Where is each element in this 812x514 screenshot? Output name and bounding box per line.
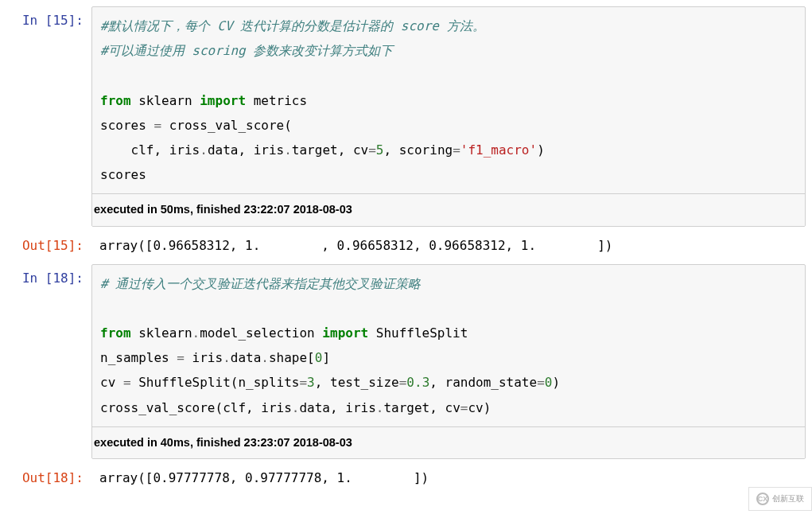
exec-bar: executed in 40ms, finished 23:23:07 2018… [92, 426, 805, 458]
code-block[interactable]: # 通过传入一个交叉验证迭代器来指定其他交叉验证策略 from sklearn.… [91, 264, 806, 459]
out-prompt: Out[15]: [0, 232, 91, 259]
in-prompt: In [15]: [0, 6, 91, 227]
output-text: array([0.97777778, 0.97777778, 1. ]) [91, 464, 812, 492]
exec-bar: executed in 50ms, finished 23:22:07 2018… [92, 193, 805, 225]
out-prompt: Out[18]: [0, 464, 91, 492]
output-cell: Out[18]: array([0.97777778, 0.97777778, … [0, 464, 812, 492]
watermark-label: 创新互联 [772, 493, 804, 503]
output-cell: Out[15]: array([0.96658312, 1. , 0.96658… [0, 232, 812, 259]
output-text: array([0.96658312, 1. , 0.96658312, 0.96… [91, 232, 812, 259]
input-cell: In [15]: #默认情况下，每个 CV 迭代计算的分数是估计器的 score… [0, 6, 812, 227]
code-block[interactable]: #默认情况下，每个 CV 迭代计算的分数是估计器的 score 方法。 #可以通… [91, 6, 806, 227]
watermark: CX 创新互联 [748, 487, 812, 503]
code-body[interactable]: # 通过传入一个交叉验证迭代器来指定其他交叉验证策略 from sklearn.… [100, 271, 797, 426]
code-body[interactable]: #默认情况下，每个 CV 迭代计算的分数是估计器的 score 方法。 #可以通… [100, 14, 797, 193]
input-cell: In [18]: # 通过传入一个交叉验证迭代器来指定其他交叉验证策略 from… [0, 264, 812, 459]
watermark-icon: CX [756, 493, 769, 503]
in-prompt: In [18]: [0, 264, 91, 459]
